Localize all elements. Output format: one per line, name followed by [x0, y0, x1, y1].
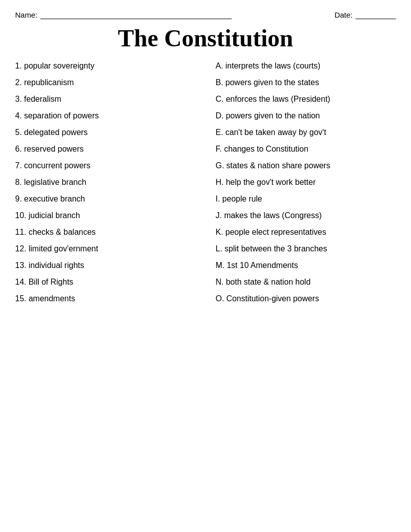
list-item: 15. amendments — [15, 295, 195, 303]
list-item: F. changes to Constitution — [216, 145, 396, 153]
left-column: 1. popular sovereignty2. republicanism3.… — [15, 62, 206, 311]
list-item: 14. Bill of Rights — [15, 278, 195, 286]
list-item: D. powers given to the nation — [216, 112, 396, 120]
list-item: 2. republicanism — [15, 79, 195, 87]
right-item-text: N. both state & nation hold — [216, 278, 311, 286]
right-item-text: G. states & nation share powers — [216, 162, 330, 170]
list-item: A. interprets the laws (courts) — [216, 62, 396, 70]
list-item: H. help the gov't work better — [216, 178, 396, 186]
matching-container: 1. popular sovereignty2. republicanism3.… — [15, 62, 396, 311]
left-item-text: 12. limited gov'ernment — [15, 245, 98, 253]
left-item-text: 8. legislative branch — [15, 178, 86, 186]
date-field: Date: — [334, 10, 396, 19]
date-label: Date: — [334, 11, 353, 19]
left-item-text: 1. popular sovereignty — [15, 62, 94, 70]
list-item: 7. concurrent powers — [15, 162, 195, 170]
date-underline[interactable] — [356, 10, 396, 19]
list-item: M. 1st 10 Amendments — [216, 261, 396, 270]
right-item-text: E. can't be taken away by gov't — [216, 128, 326, 137]
left-item-text: 7. concurrent powers — [15, 162, 90, 170]
list-item: C. enforces the laws (President) — [216, 95, 396, 103]
list-item: 3. federalism — [15, 95, 195, 103]
left-item-text: 6. reserved powers — [15, 145, 84, 153]
right-item-text: I. people rule — [216, 195, 262, 203]
list-item: J. makes the laws (Congress) — [216, 212, 396, 220]
name-underline[interactable] — [40, 10, 232, 19]
list-item: 10. judicial branch — [15, 212, 195, 220]
right-item-text: C. enforces the laws (President) — [216, 95, 330, 103]
right-item-text: L. split between the 3 branches — [216, 245, 327, 253]
right-column: A. interprets the laws (courts)B. powers… — [206, 62, 396, 311]
list-item: 5. delegated powers — [15, 128, 195, 137]
left-item-text: 13. individual rights — [15, 261, 84, 270]
list-item: B. powers given to the states — [216, 79, 396, 87]
right-item-text: A. interprets the laws (courts) — [216, 62, 320, 70]
list-item: 4. separation of powers — [15, 112, 195, 120]
list-item: 11. checks & balances — [15, 228, 195, 236]
left-item-text: 11. checks & balances — [15, 228, 96, 236]
right-item-text: F. changes to Constitution — [216, 145, 308, 153]
name-field: Name: — [15, 10, 232, 19]
left-item-text: 3. federalism — [15, 95, 61, 103]
right-item-text: J. makes the laws (Congress) — [216, 212, 322, 220]
list-item: E. can't be taken away by gov't — [216, 128, 396, 137]
list-item: 9. executive branch — [15, 195, 195, 203]
right-item-text: D. powers given to the nation — [216, 112, 320, 120]
name-label: Name: — [15, 11, 37, 19]
left-item-text: 10. judicial branch — [15, 212, 80, 220]
left-item-text: 4. separation of powers — [15, 112, 99, 120]
right-item-text: B. powers given to the states — [216, 79, 319, 87]
list-item: 13. individual rights — [15, 261, 195, 270]
left-item-text: 15. amendments — [15, 295, 75, 303]
list-item: N. both state & nation hold — [216, 278, 396, 286]
list-item: 12. limited gov'ernment — [15, 245, 195, 253]
page-title: The Constitution — [15, 24, 396, 52]
list-item: 1. popular sovereignty — [15, 62, 195, 70]
right-item-text: H. help the gov't work better — [216, 178, 316, 186]
left-item-text: 5. delegated powers — [15, 128, 88, 137]
list-item: O. Constitution-given powers — [216, 295, 396, 303]
left-item-text: 2. republicanism — [15, 79, 74, 87]
list-item: 8. legislative branch — [15, 178, 195, 186]
right-item-text: K. people elect representatives — [216, 228, 326, 236]
list-item: 6. reserved powers — [15, 145, 195, 153]
list-item: G. states & nation share powers — [216, 162, 396, 170]
header: Name: Date: — [15, 10, 396, 19]
list-item: K. people elect representatives — [216, 228, 396, 236]
list-item: I. people rule — [216, 195, 396, 203]
list-item: L. split between the 3 branches — [216, 245, 396, 253]
right-item-text: O. Constitution-given powers — [216, 295, 319, 303]
right-item-text: M. 1st 10 Amendments — [216, 261, 298, 270]
left-item-text: 14. Bill of Rights — [15, 278, 74, 286]
left-item-text: 9. executive branch — [15, 195, 85, 203]
